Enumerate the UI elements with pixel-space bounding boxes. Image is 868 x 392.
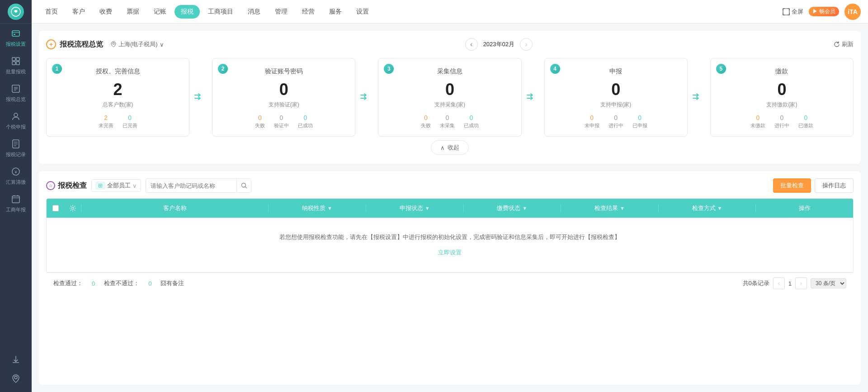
sidebar-item-settlement[interactable]: ¥ 汇算清缴	[0, 162, 32, 189]
settlement-icon: ¥	[10, 166, 21, 177]
process-title-text: 报税流程总览	[60, 40, 103, 49]
svg-text:¥: ¥	[14, 170, 17, 174]
nav-item-manage[interactable]: 管理	[269, 5, 294, 19]
sidebar-item-tax-record[interactable]: 报税记录	[0, 134, 32, 162]
stat-value: 0	[614, 114, 618, 121]
nav-item-message[interactable]: 消息	[241, 5, 267, 19]
step-stats-3: 0 失败 0 未采集 0 已成功	[386, 114, 514, 129]
step-count-2: 0	[220, 80, 348, 99]
nav-item-home[interactable]: 首页	[39, 5, 64, 19]
svg-point-26	[241, 183, 245, 187]
prev-month-btn[interactable]: ‹	[465, 38, 478, 51]
nav-item-tax[interactable]: 报税	[175, 5, 200, 19]
sidebar-item-annual-report[interactable]: 工商年报	[0, 189, 32, 217]
step-count-3: 0	[386, 80, 514, 99]
refresh-btn[interactable]: 刷新	[834, 40, 854, 48]
pass-count[interactable]: 0	[92, 280, 95, 287]
nav-item-bookkeeping[interactable]: 记账	[147, 5, 173, 19]
filter-icon-2[interactable]: ▼	[425, 206, 430, 211]
location-icon	[10, 373, 21, 384]
header-checkbox[interactable]	[52, 205, 59, 211]
search-btn[interactable]	[236, 179, 251, 192]
step-arrow-4	[688, 58, 710, 137]
svg-point-25	[113, 43, 114, 44]
stat-item: 0 进行中	[609, 114, 623, 129]
nav-item-client[interactable]: 客户	[66, 5, 91, 19]
member-badge[interactable]: ▶ 畅会员	[809, 7, 839, 16]
filter-icon-3[interactable]: ▼	[522, 206, 527, 211]
footer-right: 共0条记录 ‹ 1 › 30 条/页	[743, 277, 846, 289]
nav-item-billing[interactable]: 收费	[93, 5, 118, 19]
stat-value: 0	[128, 114, 132, 121]
sidebar-item-personal-report[interactable]: 个税申报	[0, 106, 32, 134]
sidebar-item-label: 报税总览	[6, 96, 26, 103]
nav-item-settings[interactable]: 设置	[350, 5, 375, 19]
nav-item-operation[interactable]: 经营	[296, 5, 321, 19]
stat-label: 已完善	[123, 122, 137, 129]
stat-value: 0	[780, 114, 784, 121]
next-month-btn[interactable]: ›	[520, 38, 533, 51]
filter-icon-1[interactable]: ▼	[327, 206, 332, 211]
stat-item: 0 失败	[255, 114, 265, 129]
stat-value: 0	[303, 114, 307, 121]
sidebar-item-tax-overview[interactable]: 报税总览	[0, 79, 32, 106]
th-check-method: 检查方式 ▼	[658, 204, 756, 212]
filter-icon-5[interactable]: ▼	[717, 206, 722, 211]
batch-check-btn[interactable]: 批量检查	[773, 178, 811, 193]
stat-value: 0	[638, 114, 642, 121]
filter-icon-4[interactable]: ▼	[620, 206, 625, 211]
per-page-select[interactable]: 30 条/页	[811, 278, 846, 288]
nav-item-invoice[interactable]: 票据	[120, 5, 146, 19]
stat-label: 未申报	[585, 122, 599, 129]
collapse-btn[interactable]: ∧ 收起	[431, 140, 469, 155]
collapse-section: ∧ 收起	[46, 137, 854, 157]
gear-icon[interactable]	[69, 205, 76, 212]
fail-count[interactable]: 0	[148, 280, 151, 287]
fail-label: 检查不通过：	[104, 279, 139, 287]
prev-page-btn[interactable]: ‹	[773, 277, 785, 289]
stat-value: 0	[424, 114, 428, 121]
th-report-status-label: 申报状态	[400, 204, 423, 212]
nav-item-business[interactable]: 工商项目	[202, 5, 240, 19]
nav-items: 首页 客户 收费 票据 记账 报税 工商项目 消息 管理 经营 服务 设置	[39, 5, 783, 19]
next-page-btn[interactable]: ›	[795, 277, 807, 289]
check-title-text: 报税检查	[58, 181, 87, 191]
location-tag[interactable]: 上海(电子税局) ∨	[110, 40, 164, 48]
step-subtitle-2: 支持验证(家)	[220, 101, 348, 109]
tax-settings-icon	[10, 28, 21, 39]
stat-item: 0 已完善	[123, 114, 137, 129]
th-check-result: 检查结果 ▼	[561, 204, 658, 212]
sidebar-item-location[interactable]	[0, 368, 32, 387]
logo-icon	[8, 4, 24, 20]
user-avatar[interactable]: iTA	[844, 4, 861, 20]
setup-link[interactable]: 立即设置	[438, 249, 462, 256]
svg-rect-2	[14, 34, 15, 35]
sidebar-item-batch-tax[interactable]: 批量报税	[0, 51, 32, 79]
step-card-1: 1 授权、完善信息 2 总客户数(家) 2 未完善 0 已完善	[46, 58, 189, 137]
th-tax-nature: 纳税性质 ▼	[268, 204, 366, 212]
table-header: 客户名称 纳税性质 ▼ 申报状态 ▼ 缴费状态 ▼ 检查	[47, 199, 853, 218]
content: + 报税流程总览 上海(电子税局) ∨ ‹ 2023年02月	[32, 24, 868, 392]
search-input[interactable]	[146, 180, 236, 191]
fullscreen-btn[interactable]: 全屏	[783, 8, 803, 16]
app-logo[interactable]	[0, 0, 32, 24]
stat-label: 已缴款	[798, 122, 813, 129]
operation-log-btn[interactable]: 操作日志	[815, 178, 854, 193]
member-icon: ▶	[812, 8, 818, 14]
svg-rect-5	[12, 62, 15, 65]
staff-filter[interactable]: ⊞ 全部员工 ∨	[91, 179, 141, 192]
th-payment-status-label: 缴费状态	[497, 204, 520, 212]
th-tax-nature-label: 纳税性质	[302, 204, 326, 212]
collapse-label: 收起	[448, 143, 459, 152]
table-body: 若您想使用报税检查功能，请先在【报税设置】中进行报税的初始化设置，完成密码验证和…	[47, 218, 853, 272]
sidebar-item-download[interactable]	[0, 349, 32, 368]
nav-item-service[interactable]: 服务	[323, 5, 348, 19]
sidebar-item-tax-settings[interactable]: 报税设置	[0, 24, 32, 51]
th-check-result-label: 检查结果	[594, 204, 618, 212]
stat-label: 未采集	[440, 122, 455, 129]
step-arrow-2	[355, 58, 378, 137]
stat-label: 已成功	[298, 122, 313, 129]
check-title-icon: ○	[46, 181, 55, 190]
pass-label: 检查通过：	[53, 279, 83, 287]
stat-item: 0 未采集	[440, 114, 455, 129]
